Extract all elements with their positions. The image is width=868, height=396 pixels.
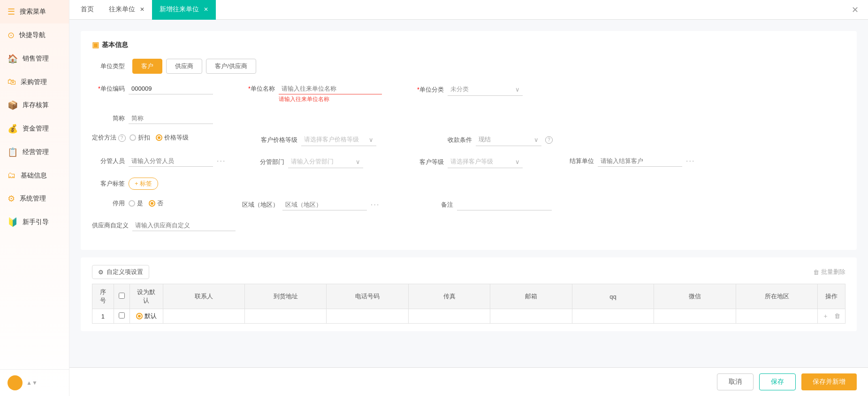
sidebar-item-newbie[interactable]: 🔰 新手引导 xyxy=(0,210,69,234)
manager-field: 分管人员 ··· xyxy=(92,155,233,167)
table-body: 1 默认 xyxy=(92,309,845,324)
department-select[interactable]: 请输入分管部门 ∨ xyxy=(288,155,363,168)
bulk-delete-button[interactable]: 🗑 批量删除 xyxy=(813,268,845,276)
sidebar-item-label: 经营管理 xyxy=(23,148,49,156)
delete-row-icon[interactable]: 🗑 xyxy=(834,312,840,319)
region-field: 区域（地区） ··· xyxy=(242,199,402,210)
disabled-label: 停用 xyxy=(92,199,125,208)
cell-wechat[interactable] xyxy=(654,309,736,324)
phone-input[interactable] xyxy=(331,313,403,320)
cell-contact[interactable] xyxy=(163,309,244,324)
tab-bar: 首页 往来单位 ✕ 新增往来单位 ✕ ✕ xyxy=(69,0,868,20)
window-close-icon[interactable]: ✕ xyxy=(846,5,864,15)
pricing-discount[interactable]: 折扣 xyxy=(129,133,150,142)
payment-terms-select[interactable]: 现结 ∨ xyxy=(476,133,541,146)
department-field: 分管部门 请输入分管部门 ∨ xyxy=(251,155,392,168)
col-email: 邮箱 xyxy=(490,284,572,309)
cell-address[interactable] xyxy=(245,309,327,324)
cell-default: 默认 xyxy=(129,309,163,324)
payment-help-icon[interactable]: ? xyxy=(545,136,553,144)
email-input[interactable] xyxy=(495,313,567,320)
cell-qq[interactable] xyxy=(572,309,654,324)
col-seq: 序号 xyxy=(92,284,114,309)
sidebar-item-quicknav[interactable]: ⊙ 快捷导航 xyxy=(0,23,69,47)
save-button[interactable]: 保存 xyxy=(759,373,796,390)
fax-input[interactable] xyxy=(413,313,485,320)
delete-icon: 🗑 xyxy=(813,269,819,276)
sidebar-item-label: 资金管理 xyxy=(23,124,49,133)
contact-input[interactable] xyxy=(168,313,240,320)
user-label: ▲▼ xyxy=(26,380,38,386)
operations-icon: 📋 xyxy=(8,147,18,157)
sidebar-item-inventory[interactable]: 📦 库存核算 xyxy=(0,93,69,117)
unit-btn-customer[interactable]: 客户 xyxy=(132,59,162,74)
col-wechat: 微信 xyxy=(654,284,736,309)
unit-btn-supplier[interactable]: 供应商 xyxy=(166,59,202,74)
pricing-method-field: 定价方法 ? 折扣 价格等级 xyxy=(92,133,242,142)
payment-terms-field: 收款条件 现结 ∨ ? xyxy=(439,133,580,146)
manager-input[interactable] xyxy=(129,155,213,167)
sidebar-item-purchase[interactable]: 🛍 采购管理 xyxy=(0,70,69,93)
customer-level-select[interactable]: 请选择客户等级 ∨ xyxy=(448,155,523,168)
sidebar-item-system[interactable]: ⚙ 系统管理 xyxy=(0,187,69,210)
close-counterparty-tab-icon[interactable]: ✕ xyxy=(140,6,145,13)
tab-new-counterparty[interactable]: 新增往来单位 ✕ xyxy=(152,0,216,20)
cell-area[interactable] xyxy=(736,309,817,324)
sidebar-item-basics[interactable]: 🗂 基础信息 xyxy=(0,164,69,187)
sidebar-item-label: 搜索菜单 xyxy=(20,8,46,16)
manager-more-icon[interactable]: ··· xyxy=(217,157,226,165)
pricing-row: 定价方法 ? 折扣 价格等级 客户 xyxy=(92,133,845,146)
row-checkbox[interactable] xyxy=(119,312,125,318)
add-row-icon[interactable]: ＋ xyxy=(822,312,829,319)
chevron-down-icon: ∨ xyxy=(369,136,373,143)
contact-table: 序号 设为默认 联系人 到货地址 电话号码 传真 邮箱 qq 微信 所在地区 操… xyxy=(92,284,845,324)
sidebar-item-finance[interactable]: 💰 资金管理 xyxy=(0,117,69,140)
custom-settings-button[interactable]: ⚙ 自定义项设置 xyxy=(92,265,149,279)
col-phone: 电话号码 xyxy=(327,284,408,309)
save-and-new-button[interactable]: 保存并新增 xyxy=(801,373,857,390)
cell-fax[interactable] xyxy=(408,309,490,324)
tab-counterparty[interactable]: 往来单位 ✕ xyxy=(101,0,152,20)
tags-label: 客户标签 xyxy=(92,179,125,188)
wechat-input[interactable] xyxy=(659,313,731,320)
disabled-no[interactable]: 否 xyxy=(149,199,163,208)
unit-name-input[interactable] xyxy=(279,83,382,94)
basics-icon: 🗂 xyxy=(8,171,16,180)
system-icon: ⚙ xyxy=(8,194,15,204)
region-more-icon[interactable]: ··· xyxy=(371,201,380,209)
tab-home[interactable]: 首页 xyxy=(73,0,101,20)
code-name-category-row: *单位编码 *单位名称 请输入往来单位名称 xyxy=(92,83,845,103)
sidebar-item-label: 采购管理 xyxy=(21,78,47,86)
settlement-more-icon[interactable]: ··· xyxy=(686,157,695,165)
unit-category-select[interactable]: 未分类 ∨ xyxy=(448,83,523,96)
cell-phone[interactable] xyxy=(327,309,408,324)
supplier-custom-field: 供应商自定义 xyxy=(92,220,251,231)
address-input[interactable] xyxy=(250,313,321,320)
area-input[interactable] xyxy=(741,313,813,320)
abbreviation-input[interactable] xyxy=(129,113,213,124)
region-input[interactable] xyxy=(282,199,367,210)
unit-code-input[interactable] xyxy=(129,83,213,94)
tag-add-button[interactable]: + 标签 xyxy=(129,178,158,190)
remarks-label: 备注 xyxy=(420,201,453,209)
close-new-counterparty-tab-icon[interactable]: ✕ xyxy=(204,6,208,13)
sidebar-item-operations[interactable]: 📋 经营管理 xyxy=(0,140,69,164)
default-radio[interactable] xyxy=(136,313,143,319)
cell-email[interactable] xyxy=(490,309,572,324)
sidebar-item-label: 快捷导航 xyxy=(19,31,46,39)
qq-input[interactable] xyxy=(577,313,649,320)
disabled-yes[interactable]: 是 xyxy=(129,199,143,208)
help-icon[interactable]: ? xyxy=(118,134,126,142)
sidebar-item-search[interactable]: ☰ 搜索菜单 xyxy=(0,0,69,23)
remarks-input[interactable] xyxy=(457,199,552,210)
sidebar: ☰ 搜索菜单 ⊙ 快捷导航 🏠 销售管理 🛍 采购管理 📦 库存核算 💰 资金管… xyxy=(0,0,69,396)
cancel-button[interactable]: 取消 xyxy=(717,373,754,390)
supplier-custom-input[interactable] xyxy=(132,220,236,231)
customer-price-level-select[interactable]: 请选择客户价格等级 ∨ xyxy=(301,133,376,146)
settlement-unit-input[interactable] xyxy=(598,155,682,167)
unit-btn-both[interactable]: 客户/供应商 xyxy=(206,59,256,74)
sidebar-item-sales[interactable]: 🏠 销售管理 xyxy=(0,47,69,70)
section-title: ▣ 基本信息 xyxy=(92,40,845,49)
select-all-checkbox[interactable] xyxy=(119,293,125,299)
pricing-price-level[interactable]: 价格等级 xyxy=(156,133,189,142)
